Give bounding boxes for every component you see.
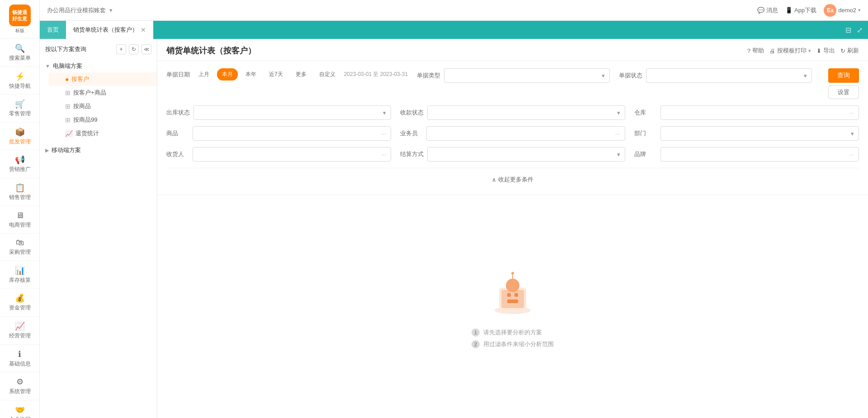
return-stats-icon: 📈 — [65, 130, 73, 137]
tabbar: 首页 销货单统计表（按客户） ✕ ⊟ ⤢ — [40, 21, 868, 39]
tab-close-icon[interactable]: ✕ — [141, 26, 146, 33]
tab-minimize-button[interactable]: ⊟ — [844, 24, 853, 36]
ship-status-select[interactable]: ▾ — [193, 105, 391, 120]
date-btn-this-year[interactable]: 本年 — [241, 68, 261, 81]
tree-group-mobile-header[interactable]: ▶ 移动端方案 — [40, 144, 157, 157]
tree-group-desktop-label: 电脑端方案 — [53, 62, 82, 70]
collapse-more-button[interactable]: ∧ 收起更多条件 — [166, 172, 859, 187]
topbar-dropdown-icon[interactable]: ▾ — [109, 7, 113, 14]
date-btn-last-7-days[interactable]: 近7天 — [264, 68, 288, 81]
sidebar-item-basic-info[interactable]: ℹ 基础信息 — [0, 345, 39, 373]
refresh-button[interactable]: ↻ 刷新 — [840, 47, 859, 55]
sales-stats-tab-label: 销货单统计表（按客户） — [73, 26, 138, 34]
sidebar-item-retail[interactable]: 🛒 零售管理 — [0, 95, 39, 123]
payment-status-select[interactable]: ▾ — [427, 105, 625, 120]
goods-filter: 商品 ··· — [166, 126, 391, 141]
tree-item-by-goods-99[interactable]: ⊞ 按商品99 — [49, 113, 157, 127]
basic-info-icon: ℹ — [18, 349, 21, 359]
sidebar-item-sales-mgmt[interactable]: 📋 销售管理 — [0, 178, 39, 206]
settlement-dropdown-icon: ▾ — [617, 151, 620, 158]
add-scheme-button[interactable]: + — [116, 44, 126, 54]
tab-home[interactable]: 首页 — [40, 21, 66, 39]
sidebar-item-operations[interactable]: 📈 经营管理 — [0, 317, 39, 345]
brand-input[interactable]: ··· — [660, 147, 859, 162]
order-status-label: 单据状态 — [619, 71, 642, 80]
filter-row-4: 收货人 ··· 结算方式 ▾ 品牌 — [166, 147, 859, 162]
tree-item-by-customer[interactable]: ● 按客户 — [49, 72, 157, 86]
settings-button[interactable]: 设置 — [828, 86, 859, 99]
query-button[interactable]: 查询 — [828, 68, 859, 83]
help-label: 帮助 — [752, 47, 764, 55]
tree-item-by-goods[interactable]: ⊞ 按商品 — [49, 100, 157, 113]
warehouse-filter: 仓库 ··· — [634, 105, 859, 120]
salesperson-label: 业务员 — [400, 129, 423, 138]
user-name: demo2 — [838, 7, 856, 14]
tree-item-by-customer-goods[interactable]: ⊞ 按客户+商品 — [49, 86, 157, 100]
sidebar-item-label: 资金管理 — [9, 304, 31, 312]
page-title: 销货单统计表（按客户） — [166, 45, 256, 56]
tabbar-actions: ⊟ ⤢ — [844, 24, 868, 36]
date-btn-last-month[interactable]: 上月 — [193, 68, 214, 81]
user-menu[interactable]: Ea demo2 ▾ — [824, 4, 861, 17]
payment-status-filter: 收款状态 ▾ — [400, 105, 625, 120]
svg-point-3 — [506, 279, 519, 292]
order-type-select[interactable]: ▾ — [444, 68, 610, 83]
print-button[interactable]: 🖨 按模板打印 ▾ — [769, 47, 811, 55]
sidebar-item-label: 采购管理 — [9, 249, 31, 256]
topbar-right: 💬 消息 📱 App下载 Ea demo2 ▾ — [757, 4, 861, 17]
user-dropdown-icon: ▾ — [858, 7, 861, 13]
sidebar-item-wholesale[interactable]: 📦 批发管理 — [0, 123, 39, 151]
sidebar-item-marketing[interactable]: 📢 营销推广 — [0, 150, 39, 178]
operations-icon: 📈 — [15, 321, 25, 331]
settlement-select[interactable]: ▾ — [427, 147, 625, 162]
tab-sales-stats[interactable]: 销货单统计表（按客户） ✕ — [66, 21, 153, 39]
sidebar-item-system[interactable]: ⚙ 系统管理 — [0, 372, 39, 400]
left-panel: 按以下方案查询 + ↻ ≪ ▼ 电脑端方案 ● 按客户 — [40, 39, 157, 418]
tab-maximize-button[interactable]: ⤢ — [855, 24, 864, 36]
sidebar-item-label: 零售管理 — [9, 110, 31, 118]
sidebar-item-purchase[interactable]: 🛍 采购管理 — [0, 233, 39, 261]
goods-input[interactable]: ··· — [193, 126, 391, 141]
date-btn-this-month[interactable]: 本月 — [217, 68, 238, 81]
message-button[interactable]: 💬 消息 — [757, 6, 778, 14]
sidebar-item-cooperation[interactable]: 🤝 企业协同 — [0, 400, 39, 418]
filter-row-3: 商品 ··· 业务员 ··· 部门 — [166, 126, 859, 141]
refresh-scheme-button[interactable]: ↻ — [129, 44, 139, 54]
empty-tips: 1 请先选择要分析的方案 2 用过滤条件来缩小分析范围 — [472, 328, 554, 348]
export-button[interactable]: ⬇ 导出 — [816, 47, 835, 55]
sidebar-item-search[interactable]: 🔍 搜索菜单 — [0, 39, 39, 67]
help-button[interactable]: ? 帮助 — [747, 47, 764, 55]
warehouse-input[interactable]: ··· — [660, 105, 859, 120]
empty-tip-1: 1 请先选择要分析的方案 — [472, 328, 554, 337]
ship-status-filter: 出库状态 ▾ — [166, 105, 391, 120]
sidebar-item-quick-nav[interactable]: ⚡ 快捷导航 — [0, 67, 39, 95]
home-tab-label: 首页 — [47, 26, 59, 34]
goods-dots: ··· — [381, 130, 386, 137]
salesperson-filter: 业务员 ··· — [400, 126, 625, 141]
page-header-actions: ? 帮助 🖨 按模板打印 ▾ ⬇ 导出 ↻ 刷新 — [747, 47, 859, 55]
topbar-title: 办公用品行业模拟账套 — [47, 6, 106, 14]
export-label: 导出 — [823, 47, 835, 55]
sidebar-item-label: 电商管理 — [9, 222, 31, 229]
by-goods-icon: ⊞ — [65, 103, 71, 110]
department-select[interactable]: ▾ — [660, 126, 859, 141]
order-status-select[interactable]: ▾ — [646, 68, 812, 83]
department-label: 部门 — [634, 129, 657, 138]
order-status-dropdown-icon: ▾ — [804, 72, 807, 79]
sidebar-item-finance[interactable]: 💰 资金管理 — [0, 289, 39, 317]
brand-label: 品牌 — [634, 150, 657, 158]
logo[interactable]: 畅捷通好生意 标版 — [0, 0, 39, 39]
tree-item-return-stats[interactable]: 📈 退货统计 — [49, 127, 157, 140]
date-btn-custom[interactable]: 自定义 — [314, 68, 340, 81]
tree-group-desktop-header[interactable]: ▼ 电脑端方案 — [40, 60, 157, 72]
salesperson-input[interactable]: ··· — [426, 126, 625, 141]
empty-state: 1 请先选择要分析的方案 2 用过滤条件来缩小分析范围 — [157, 195, 868, 418]
recipient-input[interactable]: ··· — [193, 147, 391, 162]
tree-group-desktop: ▼ 电脑端方案 ● 按客户 ⊞ 按客户+商品 ⊞ 按商品 — [40, 58, 157, 142]
app-download-button[interactable]: 📱 App下载 — [785, 6, 816, 14]
sidebar-item-inventory[interactable]: 📊 库存核算 — [0, 261, 39, 289]
date-btn-more[interactable]: 更多 — [291, 68, 311, 81]
collapse-panel-button[interactable]: ≪ — [142, 44, 151, 54]
sidebar-item-ecommerce[interactable]: 🖥 电商管理 — [0, 206, 39, 234]
by-customer-goods-icon: ⊞ — [65, 89, 71, 96]
